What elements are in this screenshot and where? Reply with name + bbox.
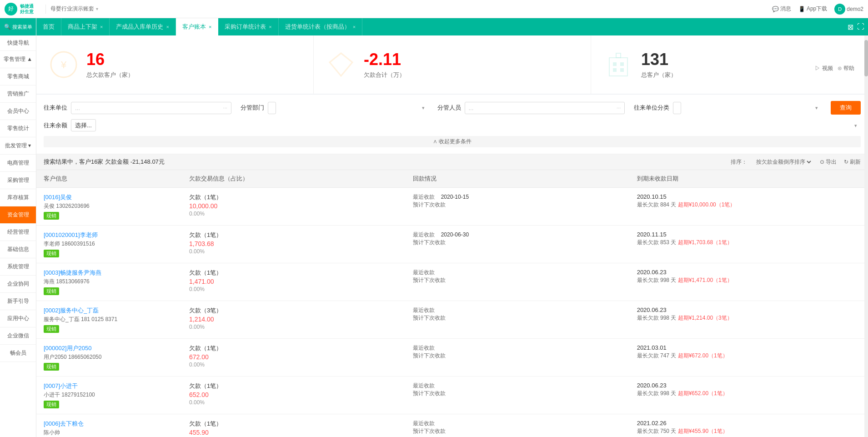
filter-select-balance[interactable]: 选择... bbox=[71, 119, 96, 131]
refresh-button[interactable]: ↻ 刷新 bbox=[844, 158, 861, 166]
overdue-cell-4: 2020.06.23 最长欠款 998 天 超期¥1,214.00（3笔） bbox=[637, 306, 861, 322]
sidebar-item-retail-store[interactable]: 零售商城 bbox=[0, 68, 36, 85]
nav-collapse-icon[interactable]: ⊠ bbox=[848, 23, 853, 31]
overdue-link-4[interactable]: 超期¥1,214.00（3笔） bbox=[678, 315, 733, 321]
user-avatar[interactable]: D demo2 bbox=[834, 4, 863, 15]
collapse-filter-button[interactable]: ∧ 收起更多条件 bbox=[44, 136, 861, 147]
tab-home[interactable]: 首页 bbox=[36, 18, 61, 35]
tab-customer-account[interactable]: 客户账本 × bbox=[176, 18, 218, 35]
customer-tag-2: 现销 bbox=[44, 250, 59, 257]
scrollbar-thumb[interactable] bbox=[864, 40, 868, 76]
query-button[interactable]: 查询 bbox=[831, 101, 861, 115]
sidebar-item-enterprise-wechat[interactable]: 企业微信 bbox=[0, 327, 36, 345]
overdue-link-6[interactable]: 超期¥652.00（1笔） bbox=[678, 390, 728, 397]
sidebar-item-operations[interactable]: 经营管理 bbox=[0, 224, 36, 241]
collection-info-3: 最近收款 bbox=[413, 269, 637, 276]
overdue-date-1: 2020.10.15 bbox=[637, 193, 861, 200]
sidebar-item-enterprise-collab[interactable]: 企业协同 bbox=[0, 276, 36, 293]
sidebar-item-basic-info[interactable]: 基础信息 bbox=[0, 241, 36, 258]
sidebar-item-system[interactable]: 系统管理 bbox=[0, 258, 36, 276]
sidebar-item-retail-management[interactable]: 零售管理 ▲ bbox=[0, 51, 36, 68]
customer-tag-4: 现销 bbox=[44, 325, 59, 333]
results-actions: 排序： 按欠款金额倒序排序 ⊙ 导出 ↻ 刷新 bbox=[731, 158, 861, 166]
sidebar-quick-nav[interactable]: 快捷导航 bbox=[0, 35, 36, 51]
customer-name-5[interactable]: [000002]用户2050 bbox=[44, 344, 189, 352]
sidebar-item-ecommerce[interactable]: 电商管理 bbox=[0, 155, 36, 172]
app-download-button[interactable]: 📱 App下载 bbox=[798, 5, 827, 13]
tab-product-inbound[interactable]: 产成品入库单历史 × bbox=[110, 18, 176, 35]
filter-row-2: 往来余额 选择... bbox=[44, 119, 861, 131]
customer-name-4[interactable]: [0002]服务中心_丁磊 bbox=[44, 306, 189, 315]
customer-name-6[interactable]: [0007]小进干 bbox=[44, 382, 189, 390]
sidebar-item-app-center[interactable]: 应用中心 bbox=[0, 310, 36, 327]
sidebar-search[interactable]: 🔍 搜索菜单 bbox=[0, 18, 36, 35]
overdue-link-1[interactable]: 超期¥10,000.00（1笔） bbox=[678, 201, 736, 208]
overdue-link-3[interactable]: 超期¥1,471.00（1笔） bbox=[678, 277, 733, 283]
debt-amount-5: 672.00 bbox=[189, 353, 413, 361]
collection-cell-6: 最近收款 预计下次收款 bbox=[413, 382, 637, 397]
logo-area: 好 畅捷通好生意 bbox=[5, 3, 41, 15]
filter-row-1: 往来单位 ... ··· 分管部门 分管人员 ... ··· bbox=[44, 101, 861, 115]
sidebar-item-new-guide[interactable]: 新手引导 bbox=[0, 293, 36, 310]
table-row: [0001020001]李老师 李老师 18600391516 现销 欠款（1笔… bbox=[36, 226, 868, 263]
tab-product-listing-close[interactable]: × bbox=[100, 24, 103, 30]
tab-purchase-order-stats[interactable]: 采购订单统计表 × bbox=[218, 18, 278, 35]
tab-customer-account-close[interactable]: × bbox=[209, 24, 211, 30]
collection-info-1: 最近收款 2020-10-15 bbox=[413, 193, 637, 201]
sidebar-item-retail-stats[interactable]: 零售统计 bbox=[0, 120, 36, 137]
customer-phone-7: 陈小帅 bbox=[44, 429, 189, 437]
sidebar-item-marketing[interactable]: 营销推广 bbox=[0, 85, 36, 103]
sidebar-item-finance[interactable]: 资金管理 bbox=[0, 206, 36, 224]
sort-select[interactable]: 按欠款金额倒序排序 bbox=[754, 158, 813, 166]
tab-product-inbound-close[interactable]: × bbox=[166, 24, 169, 30]
customer-name-3[interactable]: [0003]畅捷服务尹海燕 bbox=[44, 269, 189, 277]
debt-amount-6: 652.00 bbox=[189, 391, 413, 398]
filter-input-unit[interactable]: ... ··· bbox=[71, 102, 231, 114]
customer-name-1[interactable]: [0016]吴俊 bbox=[44, 193, 189, 201]
debt-percent-3: 0.00% bbox=[189, 286, 413, 292]
overdue-link-5[interactable]: 超期¥672.00（1笔） bbox=[678, 352, 728, 359]
customer-name-7[interactable]: [0006]去下粮仓 bbox=[44, 420, 189, 428]
sidebar-item-chang-member[interactable]: 畅会员 bbox=[0, 345, 36, 362]
table-row: [0003]畅捷服务尹海燕 海燕 18513066976 现销 欠款（1笔） 1… bbox=[36, 263, 868, 301]
sidebar-item-inventory[interactable]: 库存核算 bbox=[0, 189, 36, 206]
sidebar-item-wholesale[interactable]: 批发管理 ▾ bbox=[0, 137, 36, 155]
message-button[interactable]: 💬 消息 bbox=[772, 5, 791, 13]
filter-select-dept[interactable] bbox=[268, 102, 276, 114]
tab-product-listing[interactable]: 商品上下架 × bbox=[61, 18, 110, 35]
stat-info-debt-total: -2.11 欠款合计（万） bbox=[364, 50, 405, 79]
overdue-link-2[interactable]: 超期¥1,703.68（1笔） bbox=[678, 239, 733, 246]
debt-percent-1: 0.00% bbox=[189, 211, 413, 217]
overdue-link-7[interactable]: 超期¥455.90（1笔） bbox=[678, 428, 728, 434]
tab-purchase-product-stats-close[interactable]: × bbox=[353, 24, 356, 30]
help-button[interactable]: ⊙ 帮助 bbox=[838, 65, 854, 72]
stat-card-total-customers: 131 总客户（家） ▷ 视频 ⊙ 帮助 bbox=[591, 35, 868, 94]
sidebar-item-member[interactable]: 会员中心 bbox=[0, 103, 36, 120]
tab-purchase-order-stats-close[interactable]: × bbox=[269, 24, 271, 30]
customer-cell-1: [0016]吴俊 吴俊 13026203696 现销 bbox=[44, 193, 189, 220]
store-selector[interactable]: 母婴行业演示账套 ▾ bbox=[50, 5, 98, 13]
filter-input-person[interactable]: ... ··· bbox=[465, 102, 625, 114]
debt-percent-4: 0.00% bbox=[189, 324, 413, 330]
scrollbar-track[interactable] bbox=[864, 35, 868, 437]
nav-fullscreen-icon[interactable]: ⛶ bbox=[857, 23, 864, 31]
results-summary: 搜索结果中，客户16家 欠款金额 -21,148.07元 bbox=[44, 158, 165, 166]
col-customer-info: 客户信息 bbox=[44, 175, 189, 183]
filter-select-category[interactable] bbox=[673, 102, 681, 114]
filter-label-unit: 往来单位 bbox=[44, 104, 67, 112]
video-button[interactable]: ▷ 视频 bbox=[815, 65, 833, 72]
svg-rect-4 bbox=[613, 62, 617, 66]
customer-tag-3: 现销 bbox=[44, 287, 59, 295]
customer-name-2[interactable]: [0001020001]李老师 bbox=[44, 231, 189, 239]
tab-purchase-order-stats-label: 采购订单统计表 bbox=[225, 23, 266, 31]
filter-item-category: 往来单位分类 bbox=[634, 102, 822, 114]
stat-info-debt-customers: 16 总欠款客户（家） bbox=[86, 50, 134, 79]
sidebar-item-purchase[interactable]: 采购管理 bbox=[0, 172, 36, 189]
debt-count-5: 欠款（1笔） bbox=[189, 344, 413, 352]
export-button[interactable]: ⊙ 导出 bbox=[820, 158, 837, 166]
sort-label: 排序： bbox=[731, 158, 747, 166]
tab-purchase-product-stats[interactable]: 进货单统计表（按商品） × bbox=[279, 18, 362, 35]
customer-tag-6: 现销 bbox=[44, 401, 59, 408]
debt-percent-5: 0.00% bbox=[189, 362, 413, 368]
next-collection-4: 预计下次收款 bbox=[413, 314, 637, 322]
